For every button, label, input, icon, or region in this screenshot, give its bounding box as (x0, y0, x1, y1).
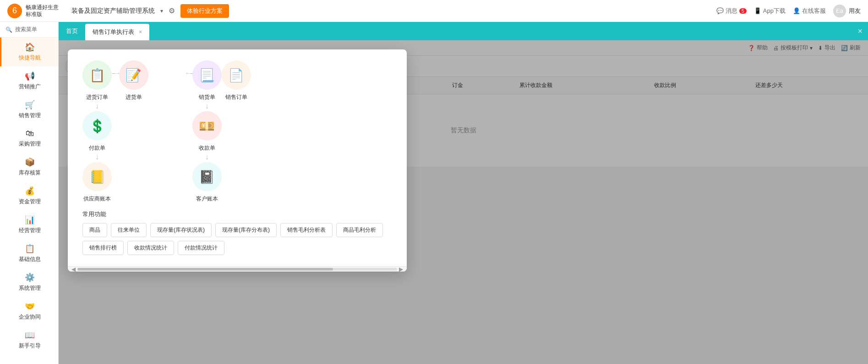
app-download-item[interactable]: 📱 App下载 (754, 7, 786, 15)
sidebar-item-label: 营销推广 (19, 83, 41, 91)
home-icon: 🏠 (25, 42, 35, 52)
left-flow-col: 📋 进货订单 ↓ 💲 付款单 ↓ (82, 60, 112, 203)
tab-close-icon[interactable]: × (139, 29, 142, 35)
sales-bill-item: 📃 销货单 (192, 60, 222, 101)
payment-label: 付款单 (89, 144, 105, 152)
online-service-icon: 👤 (793, 7, 800, 14)
sales-order-circle[interactable]: 📄 (222, 60, 251, 90)
top-bar-left: 6 畅康通好生意 标准版 装备及固定资产辅助管理系统 ▾ ⚙ 体验行业方案 (7, 4, 716, 18)
btn-stock-status[interactable]: 现存量(库存状况表) (150, 223, 212, 237)
btn-payment-stats[interactable]: 付款情况统计 (178, 241, 224, 255)
scrollbar-thumb[interactable] (77, 268, 333, 271)
sidebar-item-label: 经营管理 (19, 227, 41, 234)
search-menu-item[interactable]: 🔍 搜索菜单 (0, 22, 58, 38)
quick-nav-modal: 📋 进货订单 ↓ 💲 付款单 ↓ (68, 49, 407, 272)
message-item[interactable]: 💬 消息 5 (716, 7, 747, 15)
sales-bill-label: 销货单 (199, 93, 215, 101)
base-icon: 📋 (25, 244, 35, 254)
modal-scrollbar: ◀ ▶ (68, 266, 407, 272)
trial-button[interactable]: 体验行业方案 (180, 4, 229, 18)
receipt-item: 💴 收款单 (192, 111, 222, 152)
sidebar-item-inventory[interactable]: 📦 库存核算 (0, 152, 58, 181)
btn-product-profit[interactable]: 商品毛利分析 (336, 223, 383, 237)
sidebar-item-finance[interactable]: 💰 资金管理 (0, 181, 58, 210)
scrollbar-left-arrow[interactable]: ◀ (70, 266, 77, 272)
flow-diagram: 📋 进货订单 ↓ 💲 付款单 ↓ (82, 60, 392, 203)
sidebar-item-corp[interactable]: 🤝 企业协同 (0, 297, 58, 326)
btn-product[interactable]: 商品 (82, 223, 107, 237)
sales-bill-circle[interactable]: 📃 (192, 60, 222, 90)
common-functions-section: 常用功能 商品 往来单位 现存量(库存状况表) 现存量(库存分布表) 销售毛利分… (82, 210, 392, 255)
user-section[interactable]: Ea 用友 (833, 5, 861, 17)
common-functions-title: 常用功能 (82, 210, 392, 218)
main-area: 🔍 搜索菜单 🏠 快捷导航 📢 营销推广 🛒 销售管理 🛍 采购管理 📦 (0, 22, 868, 364)
user-name: 用友 (849, 7, 861, 15)
scrollbar-right-arrow[interactable]: ▶ (397, 266, 405, 272)
sidebar-item-purchase[interactable]: 🛍 采购管理 (0, 124, 58, 152)
top-bar-right: 💬 消息 5 📱 App下载 👤 在线客服 Ea 用友 (716, 5, 861, 17)
purchase-bill-circle[interactable]: 📝 (119, 60, 148, 90)
mid-right-col: 📃 销货单 ↓ 💴 收款单 ↓ (192, 60, 222, 203)
sidebar-item-operation[interactable]: 📊 经营管理 (0, 210, 58, 239)
purchase-bill-item: 📝 进货单 (119, 60, 148, 101)
sidebar: 🔍 搜索菜单 🏠 快捷导航 📢 营销推广 🛒 销售管理 🛍 采购管理 📦 (0, 22, 59, 364)
tab-sales-order[interactable]: 销售订单执行表 × (85, 24, 149, 40)
sidebar-item-sales[interactable]: 🛒 销售管理 (0, 95, 58, 124)
payment-circle[interactable]: 💲 (82, 111, 112, 141)
settings-icon[interactable]: ⚙ (169, 6, 175, 15)
scrollbar-track (77, 268, 397, 271)
app-download-icon: 📱 (754, 7, 761, 14)
h-arrow-2: ← - - - (185, 60, 192, 76)
online-service-item[interactable]: 👤 在线客服 (793, 7, 826, 15)
supplier-ledger-circle[interactable]: 📒 (82, 162, 112, 191)
sidebar-item-label: 销售管理 (19, 112, 41, 120)
receipt-label: 收款单 (199, 144, 215, 152)
arrow-rec-to-cust: ↓ (205, 153, 209, 161)
message-label: 消息 (726, 7, 737, 15)
sidebar-item-system[interactable]: ⚙️ 系统管理 (0, 268, 58, 297)
sidebar-item-label: 企业协同 (19, 313, 41, 321)
app-logo-icon: 6 (7, 4, 22, 18)
btn-sales-profit[interactable]: 销售毛利分析表 (280, 223, 333, 237)
logo-area: 6 畅康通好生意 标准版 (7, 4, 59, 18)
purchase-order-circle[interactable]: 📋 (82, 60, 112, 90)
tab-close-all-button[interactable]: × (852, 27, 868, 36)
receipt-circle[interactable]: 💴 (192, 111, 222, 141)
arrow-sb-to-rec: ↓ (205, 102, 209, 110)
sidebar-item-marketing[interactable]: 📢 营销推广 (0, 66, 58, 95)
sales-icon: 🛒 (25, 100, 35, 110)
search-menu-label: 搜索菜单 (15, 26, 37, 33)
sidebar-item-base[interactable]: 📋 基础信息 (0, 239, 58, 268)
arrow-po-to-pb: ↓ (95, 102, 99, 110)
supplier-ledger-item: 📒 供应商账本 (82, 162, 112, 203)
sidebar-item-label: 库存核算 (19, 169, 41, 177)
sidebar-item-label: 资金管理 (19, 198, 41, 206)
online-service-label: 在线客服 (802, 7, 826, 15)
common-buttons-row-1: 商品 往来单位 现存量(库存状况表) 现存量(库存分布表) 销售毛利分析表 商品… (82, 223, 392, 237)
brand-text: 畅康通好生意 标准版 (26, 4, 59, 17)
operation-icon: 📊 (25, 215, 35, 225)
sidebar-item-label: 快捷导航 (19, 54, 41, 62)
customer-ledger-circle[interactable]: 📓 (192, 162, 222, 191)
tab-sales-order-label: 销售订单执行表 (93, 28, 134, 36)
btn-counterpart[interactable]: 往来单位 (111, 223, 147, 237)
tab-home[interactable]: 首页 (59, 22, 85, 40)
btn-sales-rank[interactable]: 销售排行榜 (82, 241, 124, 255)
tab-home-label: 首页 (66, 27, 78, 35)
purchase-bill-label: 进货单 (126, 93, 142, 101)
marketing-icon: 📢 (25, 71, 35, 81)
sidebar-item-guide[interactable]: 📖 新手引导 (0, 326, 58, 354)
btn-stock-dist[interactable]: 现存量(库存分布表) (215, 223, 277, 237)
sidebar-item-quick-nav[interactable]: 🏠 快捷导航 (0, 38, 58, 66)
sales-order-item: 📄 销售订单 (222, 60, 251, 101)
modal-body: 📋 进货订单 ↓ 💲 付款单 ↓ (68, 49, 407, 266)
sales-order-label: 销售订单 (225, 93, 247, 101)
system-dropdown-arrow[interactable]: ▾ (160, 8, 163, 14)
tab-bar: 首页 销售订单执行表 × × (59, 22, 868, 40)
app-download-label: App下载 (763, 7, 786, 15)
arrow-pay-to-sup: ↓ (95, 153, 99, 161)
btn-receipt-stats[interactable]: 收款情况统计 (127, 241, 174, 255)
page-content: ❓ 帮助 🖨 按模板打印 ▾ ⬇ 导出 🔄 刷新 (59, 40, 868, 364)
purchase-icon: 🛍 (26, 129, 34, 138)
customer-ledger-item: 📓 客户账本 (192, 162, 222, 203)
